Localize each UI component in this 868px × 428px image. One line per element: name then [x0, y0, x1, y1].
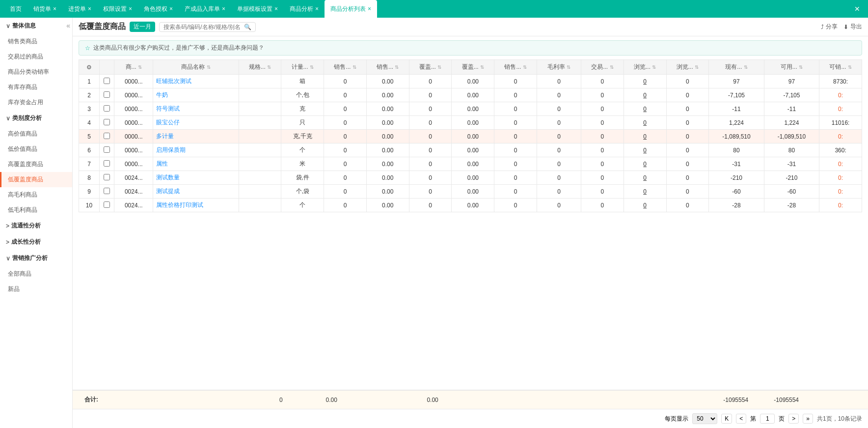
row-checkbox[interactable] — [100, 185, 114, 199]
sales-amount-col-header[interactable]: 销售... ⇅ — [366, 60, 409, 75]
browse1-col-header[interactable]: 浏览... ⇅ — [624, 60, 666, 75]
nav-item-purchase[interactable]: 进货单 × — [62, 0, 97, 18]
name-col-header[interactable]: 商品名称 ⇅ — [153, 60, 239, 75]
row-sales-qty: 0 — [324, 185, 367, 199]
nav-item-permissions[interactable]: 权限设置 × — [97, 0, 138, 18]
total-spacer6 — [559, 398, 609, 402]
page-number-input[interactable] — [760, 414, 775, 424]
margin-col-header[interactable]: 毛利率 ⇅ — [537, 60, 581, 75]
sidebar-section-liquidity[interactable]: > 流通性分析 — [0, 218, 72, 234]
row-name[interactable]: 属性价格打印测试 — [153, 199, 239, 212]
nav-item-templates[interactable]: 单据模板设置 × — [231, 0, 284, 18]
sidebar-item-capital[interactable]: 库存资金占用 — [0, 95, 72, 110]
row-checkbox[interactable] — [100, 143, 114, 157]
per-page-select[interactable]: 50 100 200 — [692, 413, 717, 424]
row-code: 0000... — [114, 143, 153, 157]
row-sales-amount: 0.00 — [366, 75, 409, 88]
window-close-button[interactable]: ✕ — [850, 4, 864, 13]
nav-item-analysis-list[interactable]: 商品分析列表 × — [325, 0, 377, 18]
sidebar-item-high-coverage[interactable]: 高覆盖度商品 — [0, 157, 72, 172]
sidebar-item-high-value[interactable]: 高价值商品 — [0, 126, 72, 142]
row-name[interactable]: 启用保质期 — [153, 143, 239, 157]
row-name[interactable]: 符号测试 — [153, 102, 239, 116]
row-current: 80 — [709, 143, 764, 157]
row-browse1[interactable]: 0 — [624, 143, 666, 157]
content-area: 低覆盖度商品 近一月 🔍 ⤴ 分享 ⬇ 导出 — [73, 18, 868, 428]
row-checkbox[interactable] — [100, 116, 114, 130]
browse2-col-header[interactable]: 浏览... ⇅ — [666, 60, 709, 75]
row-sales3: 0 — [494, 75, 537, 88]
sidebar-item-all-goods[interactable]: 全部商品 — [0, 266, 72, 282]
sidebar-item-in-stock[interactable]: 有库存商品 — [0, 80, 72, 95]
search-icon[interactable]: 🔍 — [244, 24, 251, 30]
nav-item-products[interactable]: 产成品入库单 × — [179, 0, 231, 18]
last-page-button[interactable]: » — [803, 414, 813, 424]
sidebar-section-growth[interactable]: > 成长性分析 — [0, 234, 72, 250]
spec-col-header[interactable]: 规格... ⇅ — [239, 60, 281, 75]
row-name[interactable]: 测试提成 — [153, 185, 239, 199]
transaction-col-header[interactable]: 交易... ⇅ — [581, 60, 624, 75]
table-row: 4 0000... 眼宝公仔 只 0 0.00 0 0.00 0 0 0 0 0… — [79, 116, 862, 130]
row-checkbox[interactable] — [100, 102, 114, 116]
row-checkbox[interactable] — [100, 171, 114, 185]
nav-item-sales[interactable]: 销货单 × — [27, 0, 62, 18]
sidebar-item-low-coverage[interactable]: 低覆盖度商品 — [0, 172, 72, 187]
row-checkbox[interactable] — [100, 157, 114, 171]
row-saleable: 11016: — [819, 116, 862, 130]
sidebar-collapse-button[interactable]: « — [66, 22, 70, 29]
unit-col-header[interactable]: 计量... ⇅ — [281, 60, 324, 75]
nav-item-home[interactable]: 首页 — [4, 0, 27, 18]
current-col-header[interactable]: 现有... ⇅ — [709, 60, 764, 75]
sidebar-item-traded-goods[interactable]: 交易过的商品 — [0, 49, 72, 64]
sidebar-section-marketing[interactable]: ∨ 营销推广分析 — [0, 250, 72, 266]
row-browse1[interactable]: 0 — [624, 88, 666, 102]
sidebar-item-sales-goods[interactable]: 销售类商品 — [0, 34, 72, 49]
row-name[interactable]: 牛奶 — [153, 88, 239, 102]
sidebar-item-low-margin[interactable]: 低毛利商品 — [0, 202, 72, 218]
row-browse1[interactable]: 0 — [624, 75, 666, 88]
prev-page-button[interactable]: < — [736, 414, 746, 424]
sales-qty-col-header[interactable]: 销售... ⇅ — [324, 60, 367, 75]
row-browse1[interactable]: 0 — [624, 199, 666, 212]
row-browse1[interactable]: 0 — [624, 171, 666, 185]
row-checkbox[interactable] — [100, 88, 114, 102]
row-name[interactable]: 属性 — [153, 157, 239, 171]
sidebar-item-category-rate[interactable]: 商品分类动销率 — [0, 64, 72, 80]
settings-col-header[interactable]: ⚙ — [79, 60, 100, 75]
row-sales-qty: 0 — [324, 88, 367, 102]
row-cov1: 0 — [409, 116, 452, 130]
sidebar-section-category[interactable]: ∨ 类别度分析 — [0, 110, 72, 126]
nav-item-roles[interactable]: 角色授权 × — [138, 0, 179, 18]
row-name[interactable]: 眼宝公仔 — [153, 116, 239, 130]
row-name[interactable]: 测试数量 — [153, 171, 239, 185]
coverage1-col-header[interactable]: 覆盖... ⇅ — [409, 60, 452, 75]
available-col-header[interactable]: 可用... ⇅ — [764, 60, 819, 75]
row-checkbox[interactable] — [100, 130, 114, 143]
row-browse1[interactable]: 0 — [624, 157, 666, 171]
sidebar-item-new-goods[interactable]: 新品 — [0, 282, 72, 297]
first-page-button[interactable]: K — [721, 414, 732, 424]
row-name[interactable]: 旺辅批次测试 — [153, 75, 239, 88]
row-browse1[interactable]: 0 — [624, 102, 666, 116]
row-browse1[interactable]: 0 — [624, 116, 666, 130]
sidebar-item-low-value[interactable]: 低价值商品 — [0, 142, 72, 157]
next-page-button[interactable]: > — [788, 414, 799, 424]
row-name[interactable]: 多计量 — [153, 130, 239, 143]
export-button[interactable]: ⬇ 导出 — [843, 23, 862, 31]
nav-item-analysis[interactable]: 商品分析 × — [284, 0, 325, 18]
row-available: 80 — [764, 143, 819, 157]
coverage2-col-header[interactable]: 覆盖... ⇅ — [452, 60, 494, 75]
row-checkbox[interactable] — [100, 75, 114, 88]
row-browse1[interactable]: 0 — [624, 185, 666, 199]
share-button[interactable]: ⤴ 分享 — [821, 23, 838, 31]
code-col-header[interactable]: 商... ⇅ — [114, 60, 153, 75]
sales3-col-header[interactable]: 销售... ⇅ — [494, 60, 537, 75]
search-input[interactable] — [163, 24, 242, 30]
sidebar-section-overall[interactable]: ∨ 整体信息 — [0, 18, 72, 34]
row-spec — [239, 171, 281, 185]
row-checkbox[interactable] — [100, 199, 114, 212]
row-browse1[interactable]: 0 — [624, 130, 666, 143]
saleable-col-header[interactable]: 可销... ⇅ — [819, 60, 862, 75]
sidebar-item-high-margin[interactable]: 高毛利商品 — [0, 187, 72, 202]
time-filter-button[interactable]: 近一月 — [130, 22, 155, 32]
